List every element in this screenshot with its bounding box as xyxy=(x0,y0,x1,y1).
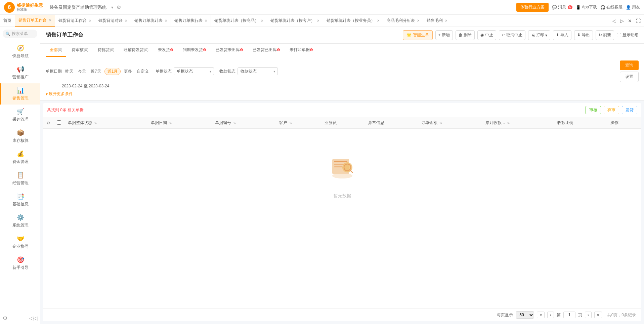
search-menu-btn[interactable]: 🔍 搜索菜单 xyxy=(3,30,37,38)
collapse-sidebar-icon[interactable]: ◁◁ xyxy=(29,315,37,321)
col-overall-status[interactable]: 单据整体状态 ⇅ xyxy=(65,117,147,129)
col-date[interactable]: 单据日期 ⇅ xyxy=(147,117,212,129)
sidebar-item-basics[interactable]: 📑 基础信息 xyxy=(0,189,40,210)
export-btn[interactable]: ⬇ 导出 xyxy=(574,30,593,40)
table-scroll[interactable]: ⚙ 单据整体状态 ⇅ 单据日期 ⇅ 单据编号 xyxy=(43,117,641,308)
sidebar-item-sales[interactable]: 📊 销售管理 xyxy=(0,83,40,105)
tab-close-icon[interactable]: ✕ xyxy=(445,19,447,23)
tab-close-icon[interactable]: ✕ xyxy=(165,19,167,23)
tab-home[interactable]: 首页 xyxy=(0,15,15,27)
sidebar-item-purchase[interactable]: 🛒 采购管理 xyxy=(0,105,40,126)
tab-close-icon[interactable]: ✕ xyxy=(261,19,263,23)
delete-btn[interactable]: 🗑 删除 xyxy=(456,30,475,40)
sidebar-item-inventory[interactable]: 📦 库存核算 xyxy=(0,126,40,147)
date-btn-more[interactable]: 更多 xyxy=(123,68,133,75)
settings-btn[interactable]: 设置 xyxy=(620,72,639,82)
tab-sales-order-exec[interactable]: 销售订单执行表 ✕ xyxy=(171,15,211,27)
prev-page-btn[interactable]: ‹ xyxy=(547,312,554,318)
tab-scroll-right[interactable]: ▷ xyxy=(619,17,625,24)
tab-scroll-left[interactable]: ◁ xyxy=(611,17,617,24)
tab-sales-gross[interactable]: 销售毛利 ✕ xyxy=(423,15,451,27)
next-page-btn[interactable]: › xyxy=(585,312,592,318)
col-collect-ratio[interactable]: 收款比例 xyxy=(554,117,607,129)
tab-close-icon[interactable]: ✕ xyxy=(417,19,420,23)
sidebar-item-corp[interactable]: 🤝 企业协同 xyxy=(0,232,40,253)
user-action[interactable]: 👤 用友 xyxy=(626,4,640,10)
status-select[interactable]: 单据状态 xyxy=(174,67,214,75)
col-amount[interactable]: 订单金额 ⇅ xyxy=(418,117,482,129)
sub-tab-shipped-out[interactable]: 已发货已出库❶ xyxy=(249,44,284,57)
tab-sales-stat-staff[interactable]: 销货单统计表（按业务员） ✕ xyxy=(323,15,383,27)
sidebar-item-operations[interactable]: 📋 经营管理 xyxy=(0,168,40,189)
app-download-action[interactable]: 📱 App下载 xyxy=(576,4,597,10)
sub-tab-wangpu[interactable]: 旺铺待发货(0) xyxy=(120,44,152,57)
sub-tab-overdue[interactable]: 到期未发货❶ xyxy=(179,44,210,57)
date-btn-yesterday[interactable]: 昨天 xyxy=(64,68,75,75)
tab-sales-order-stat[interactable]: 销售订单统计表 ✕ xyxy=(131,15,171,27)
import-btn[interactable]: ⬆ 导入 xyxy=(553,30,571,40)
refresh-btn[interactable]: ↻ 刷新 xyxy=(596,30,614,40)
date-btn-7days[interactable]: 近7天 xyxy=(89,68,102,75)
last-page-btn[interactable]: » xyxy=(594,312,602,318)
sidebar-item-guide[interactable]: 🎯 新手引导 xyxy=(0,253,40,274)
tab-close-icon[interactable]: ✕ xyxy=(89,19,91,23)
col-settings[interactable]: ⚙ xyxy=(43,117,53,129)
first-page-btn[interactable]: « xyxy=(537,312,545,318)
tab-maximize-icon[interactable]: ⛶ xyxy=(635,17,642,24)
payment-select[interactable]: 收款状态 xyxy=(238,67,278,75)
tab-close-icon[interactable]: ✕ xyxy=(205,19,207,23)
col-collected[interactable]: 累计收款... ⇅ xyxy=(482,117,554,129)
sidebar-item-system[interactable]: ⚙️ 系统管理 xyxy=(0,210,40,232)
tab-close-icon[interactable]: ✕ xyxy=(49,18,51,22)
sidebar-item-finance[interactable]: 💰 资金管理 xyxy=(0,147,40,168)
smart-create-btn[interactable]: 🌟 智能生单 xyxy=(403,30,432,40)
dropdown-icon[interactable]: ▾ xyxy=(111,5,113,10)
expand-filter-btn[interactable]: ▾ 展开更多条件 xyxy=(46,91,639,97)
date-btn-today[interactable]: 今天 xyxy=(77,68,87,75)
show-detail-input[interactable] xyxy=(617,33,621,37)
show-detail-checkbox[interactable]: 显示明细 xyxy=(617,32,639,38)
stop-btn[interactable]: ◉ 中止 xyxy=(477,30,496,40)
query-btn[interactable]: 查询 xyxy=(620,60,639,70)
sub-tab-all[interactable]: 全部(0) xyxy=(46,44,66,57)
sidebar-item-quick-nav[interactable]: 🧭 快捷导航 xyxy=(0,41,40,62)
sub-tab-not-printed[interactable]: 未打印单据❶ xyxy=(286,44,317,57)
col-staff[interactable]: 业务员 xyxy=(321,117,365,129)
message-action[interactable]: 💬 消息 6 xyxy=(552,4,572,10)
sub-tab-pending-inspect[interactable]: 待拣货(0) xyxy=(94,44,118,57)
tab-cash-daily[interactable]: 钱货日清工作台 ✕ xyxy=(55,15,95,27)
date-btn-1month[interactable]: 近1月 xyxy=(104,68,121,75)
industry-btn[interactable]: 体验行业方案 xyxy=(516,3,549,12)
col-number[interactable]: 单据编号 ⇅ xyxy=(212,117,276,129)
audit-btn[interactable]: 审核 xyxy=(586,106,601,114)
sub-tab-pending-review[interactable]: 待审核(0) xyxy=(68,44,92,57)
tab-close-icon[interactable]: ✕ xyxy=(317,19,319,23)
select-all-checkbox[interactable] xyxy=(57,120,61,125)
print-btn[interactable]: 🖨 打印 ▾ xyxy=(528,30,550,40)
tab-close-all-icon[interactable]: ✕ xyxy=(627,17,633,24)
date-btn-custom[interactable]: 自定义 xyxy=(135,68,150,75)
settings-bottom-icon[interactable]: ⚙ xyxy=(3,315,7,321)
col-abnormal[interactable]: 异常信息 xyxy=(365,117,418,129)
add-btn[interactable]: + 新增 xyxy=(435,30,453,40)
sub-tab-not-shipped[interactable]: 未发货❶ xyxy=(154,44,177,57)
tab-sales-order-workbench[interactable]: 销售订单工作台 ✕ xyxy=(15,15,55,27)
tab-close-icon[interactable]: ✕ xyxy=(125,19,127,23)
deliver-btn[interactable]: 发货 xyxy=(622,106,637,114)
unaudit-btn[interactable]: 弃审 xyxy=(604,106,619,114)
tab-close-icon[interactable]: ✕ xyxy=(377,19,380,23)
per-page-select[interactable]: 50 10 20 100 xyxy=(516,311,534,319)
tab-cash-reconcile[interactable]: 钱货日清对账 ✕ xyxy=(95,15,131,27)
col-customer[interactable]: 客户 ⇅ xyxy=(276,117,321,129)
col-checkbox[interactable] xyxy=(53,117,65,129)
sub-tab-shipped-not-out[interactable]: 已发货未出库❶ xyxy=(212,44,247,57)
tab-sales-stat-product[interactable]: 销货单统计表（按商品） ✕ xyxy=(211,15,267,27)
sidebar-item-marketing[interactable]: 📢 营销推广 xyxy=(0,62,40,83)
tab-product-margin[interactable]: 商品毛利分析表 ✕ xyxy=(383,15,423,27)
settings-icon[interactable]: ⚙ xyxy=(117,4,121,10)
sidebar-search-area[interactable]: 🔍 搜索菜单 xyxy=(0,27,40,41)
cancel-stop-btn[interactable]: ↩ 取消中止 xyxy=(499,30,525,40)
tab-sales-stat-customer[interactable]: 销货单统计表（按客户） ✕ xyxy=(267,15,323,27)
page-number-input[interactable] xyxy=(563,312,575,318)
online-service-action[interactable]: 🎧 在线客服 xyxy=(600,4,622,10)
